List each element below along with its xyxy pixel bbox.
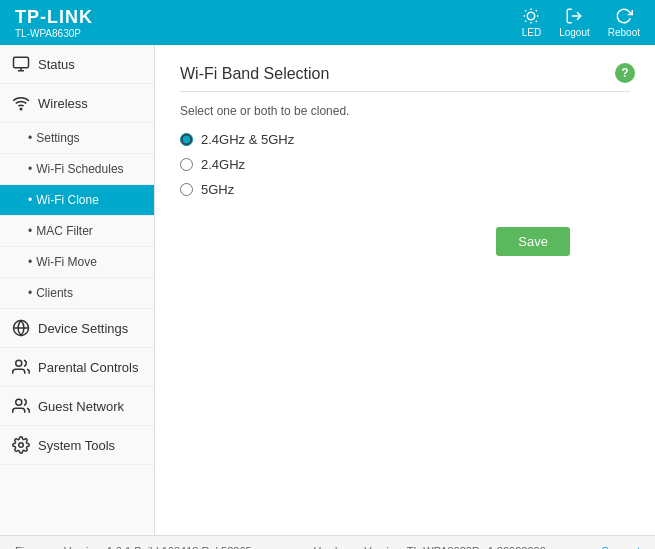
sidebar-item-wifi-clone-label: Wi-Fi Clone: [36, 193, 99, 207]
sidebar-item-wifi-clone[interactable]: Wi-Fi Clone: [0, 185, 154, 216]
sidebar-item-wifi-schedules-label: Wi-Fi Schedules: [36, 162, 123, 176]
radio-5ghz[interactable]: 5GHz: [180, 182, 630, 197]
save-button[interactable]: Save: [496, 227, 570, 256]
monitor-icon: [12, 55, 30, 73]
sidebar-item-system-tools-label: System Tools: [38, 438, 115, 453]
sidebar-item-clients[interactable]: Clients: [0, 278, 154, 309]
gear-icon: [12, 436, 30, 454]
svg-line-8: [536, 10, 537, 11]
radio-both-label: 2.4GHz & 5GHz: [201, 132, 294, 147]
sidebar-item-mac-filter[interactable]: MAC Filter: [0, 216, 154, 247]
content-area: ? Wi-Fi Band Selection Select one or bot…: [155, 45, 655, 535]
sidebar-item-guest-network[interactable]: Guest Network: [0, 387, 154, 426]
led-button[interactable]: LED: [522, 7, 541, 38]
sidebar-item-parental-controls-label: Parental Controls: [38, 360, 138, 375]
header: TP-LINK TL-WPA8630P LED Logout Reboot: [0, 0, 655, 45]
svg-line-3: [526, 10, 527, 11]
sidebar-item-settings-label: Settings: [36, 131, 79, 145]
sidebar-item-wifi-move-label: Wi-Fi Move: [36, 255, 97, 269]
svg-point-17: [16, 399, 22, 405]
logout-label: Logout: [559, 27, 590, 38]
users-icon: [12, 397, 30, 415]
led-label: LED: [522, 27, 541, 38]
wifi-icon: [12, 94, 30, 112]
parental-icon: [12, 358, 30, 376]
sidebar-item-status[interactable]: Status: [0, 45, 154, 84]
band-selection-group: 2.4GHz & 5GHz 2.4GHz 5GHz: [180, 132, 630, 197]
sidebar-item-wifi-move[interactable]: Wi-Fi Move: [0, 247, 154, 278]
radio-2.4ghz[interactable]: 2.4GHz: [180, 157, 630, 172]
sidebar-item-wireless[interactable]: Wireless: [0, 84, 154, 123]
header-icons: LED Logout Reboot: [522, 7, 640, 38]
radio-both-input[interactable]: [180, 133, 193, 146]
sidebar-item-guest-network-label: Guest Network: [38, 399, 124, 414]
svg-point-13: [20, 108, 22, 110]
sidebar-item-parental-controls[interactable]: Parental Controls: [0, 348, 154, 387]
radio-5ghz-label: 5GHz: [201, 182, 234, 197]
logout-button[interactable]: Logout: [559, 7, 590, 38]
radio-2.4ghz-input[interactable]: [180, 158, 193, 171]
reboot-button[interactable]: Reboot: [608, 7, 640, 38]
sidebar-item-wireless-label: Wireless: [38, 96, 88, 111]
svg-line-4: [536, 21, 537, 22]
svg-line-7: [526, 21, 527, 22]
hardware-version: Hardware Version: TL-WPA8630P v1 0000000…: [313, 545, 545, 550]
sidebar-item-settings[interactable]: Settings: [0, 123, 154, 154]
sidebar-item-system-tools[interactable]: System Tools: [0, 426, 154, 465]
main-layout: Status Wireless Settings Wi-Fi Schedules…: [0, 45, 655, 535]
svg-point-0: [528, 12, 536, 20]
radio-2.4ghz-label: 2.4GHz: [201, 157, 245, 172]
radio-both[interactable]: 2.4GHz & 5GHz: [180, 132, 630, 147]
sidebar-item-device-settings[interactable]: Device Settings: [0, 309, 154, 348]
reboot-label: Reboot: [608, 27, 640, 38]
svg-rect-10: [14, 57, 29, 68]
firmware-version: Firmware Version: 1.0.1 Build 160418 Rel…: [15, 545, 258, 550]
svg-point-16: [16, 360, 22, 366]
brand-name: TP-LINK: [15, 7, 93, 28]
sidebar-item-mac-filter-label: MAC Filter: [36, 224, 93, 238]
page-title: Wi-Fi Band Selection: [180, 65, 630, 92]
globe-icon: [12, 319, 30, 337]
footer: Firmware Version: 1.0.1 Build 160418 Rel…: [0, 535, 655, 549]
sidebar-item-status-label: Status: [38, 57, 75, 72]
svg-point-18: [19, 443, 24, 448]
sidebar-item-device-settings-label: Device Settings: [38, 321, 128, 336]
sidebar: Status Wireless Settings Wi-Fi Schedules…: [0, 45, 155, 535]
support-link[interactable]: Support: [601, 545, 640, 550]
logo-area: TP-LINK TL-WPA8630P: [15, 7, 93, 39]
help-button[interactable]: ?: [615, 63, 635, 83]
radio-5ghz-input[interactable]: [180, 183, 193, 196]
sidebar-item-wifi-schedules[interactable]: Wi-Fi Schedules: [0, 154, 154, 185]
sidebar-item-clients-label: Clients: [36, 286, 73, 300]
content-subtitle: Select one or both to be cloned.: [180, 104, 630, 118]
model-name: TL-WPA8630P: [15, 28, 93, 39]
